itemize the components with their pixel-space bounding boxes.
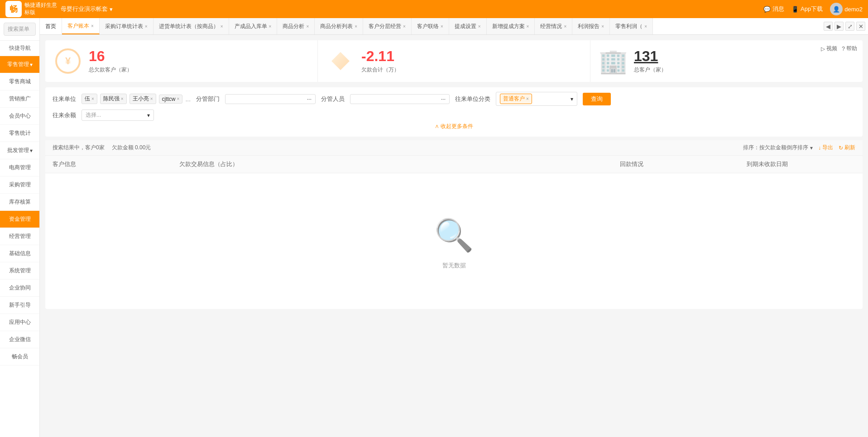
tab-close-goods[interactable]: ×	[306, 24, 309, 29]
balance-filter-select[interactable]: 选择... ▾	[82, 109, 154, 121]
person-filter-select[interactable]: ···	[350, 94, 450, 104]
tab-close-stock[interactable]: ×	[221, 24, 223, 29]
tab-close-goods-list[interactable]: ×	[355, 24, 357, 29]
sidebar-item-ops-mgmt[interactable]: 经营管理	[0, 228, 39, 245]
tab-profit-report[interactable]: 利润报告 ×	[572, 18, 610, 34]
sidebar-item-marketing[interactable]: 营销推广	[0, 90, 39, 108]
tab-close-accounts[interactable]: ×	[91, 24, 94, 28]
sidebar-item-enterprise-collab[interactable]: 企业协同	[0, 280, 39, 297]
tab-production[interactable]: 产成品入库单 ×	[229, 18, 278, 34]
tab-home[interactable]: 首页	[40, 18, 62, 34]
tab-retail-profit[interactable]: 零售利润（ ×	[610, 18, 653, 34]
person-dropdown-more: ···	[441, 96, 446, 102]
remove-tag-4[interactable]: ×	[177, 96, 180, 101]
remove-tag-1[interactable]: ×	[91, 96, 94, 101]
tab-close-production[interactable]: ×	[269, 24, 272, 29]
sidebar-item-member-center[interactable]: 会员中心	[0, 108, 39, 125]
search-menu-button[interactable]: 搜索菜单	[4, 23, 36, 36]
tab-accounts[interactable]: 客户账本 ×	[62, 18, 100, 34]
sidebar-item-new-guide[interactable]: 新手引导	[0, 297, 39, 314]
sidebar-item-basic-info[interactable]: 基础信息	[0, 245, 39, 262]
sidebar-item-vip-member[interactable]: 畅会员	[0, 348, 39, 366]
filter-tag-2: 陈民强 ×	[100, 94, 127, 104]
tab-close-segment[interactable]: ×	[403, 24, 406, 29]
empty-text: 暂无数据	[442, 261, 466, 270]
filter-row-2: 往来余额 选择... ▾	[53, 109, 855, 121]
collapse-more-btn[interactable]: ∧ 收起更多条件	[53, 121, 855, 132]
download-icon: 📱	[791, 6, 799, 13]
account-dropdown[interactable]: 母婴行业演示帐套 ▾	[61, 5, 113, 13]
col-debt-info: 欠款交易信息（占比）	[179, 160, 620, 168]
results-actions: 排序：按欠款金额倒序排序 ▾ ↓ 导出 ↻ 刷新	[743, 144, 855, 152]
messages-btn[interactable]: 💬 消息	[763, 5, 784, 13]
tab-bar: 首页 客户账本 × 采购订单统计表 × 进货单统计表（按商品） × 产成品入库单…	[40, 18, 868, 35]
col-due-date: 到期未收款日期	[747, 160, 855, 168]
export-btn[interactable]: ↓ 导出	[818, 144, 833, 152]
logo-area: 畅 畅捷通好生意 标版	[5, 1, 57, 17]
sidebar-item-inventory[interactable]: 库存核算	[0, 194, 39, 211]
sidebar-item-retail-mall[interactable]: 零售商城	[0, 73, 39, 90]
sidebar-item-capital-mgmt[interactable]: 资金管理	[0, 211, 39, 228]
tab-close-ops[interactable]: ×	[564, 24, 566, 29]
remove-unit-class-tag[interactable]: ×	[526, 96, 529, 101]
sidebar-item-purchase-mgmt[interactable]: 采购管理	[0, 176, 39, 194]
unit-class-label: 往来单位分类	[455, 95, 490, 103]
tab-close-submit[interactable]: ×	[478, 24, 481, 29]
tab-customer-contact[interactable]: 客户联络 ×	[412, 18, 449, 34]
tab-scroll-right[interactable]: ▶	[834, 22, 844, 31]
tab-stock-stats[interactable]: 进货单统计表（按商品） ×	[153, 18, 229, 34]
tab-goods-analysis[interactable]: 商品分析 ×	[277, 18, 315, 34]
tab-close-contact[interactable]: ×	[441, 24, 443, 29]
chevron-down-icon: ▾	[30, 62, 33, 68]
chevron-up-icon: ∧	[435, 123, 439, 129]
user-menu[interactable]: 👤 demo2	[830, 3, 863, 15]
sidebar-item-system-mgmt[interactable]: 系统管理	[0, 262, 39, 280]
sidebar-item-retail-stats[interactable]: 零售统计	[0, 125, 39, 142]
table-container: 客户信息 欠款交易信息（占比） 回款情况 到期未收款日期 🔍 暂无数据	[45, 156, 863, 309]
stat-icon-total: 🏢	[599, 48, 627, 75]
sidebar-item-quick-nav[interactable]: 快捷导航	[0, 41, 39, 56]
tab-scroll-left[interactable]: ◀	[824, 22, 833, 31]
tab-close-purchase[interactable]: ×	[145, 24, 148, 29]
top-bar-right: 💬 消息 📱 App下载 👤 demo2	[763, 3, 863, 15]
sidebar-item-wholesale-mgmt[interactable]: 批发管理 ▾	[0, 142, 39, 159]
refresh-btn[interactable]: ↻ 刷新	[839, 144, 855, 152]
tab-goods-analysis-list[interactable]: 商品分析列表 ×	[315, 18, 363, 34]
sidebar-item-enterprise-wechat[interactable]: 企业微信	[0, 331, 39, 348]
col-payment-status: 回款情况	[620, 160, 747, 168]
filter-tags-more[interactable]: ...	[185, 95, 191, 103]
tab-new-submit[interactable]: 新增提成方案 ×	[487, 18, 535, 34]
sidebar-item-ecommerce[interactable]: 电商管理	[0, 159, 39, 176]
tab-navigation-arrows: ◀ ▶ ⤢ ✕	[821, 22, 868, 31]
results-amount: 欠款金额 0.00元	[112, 144, 151, 152]
search-button[interactable]: 查询	[583, 93, 611, 105]
app-download-btn[interactable]: 📱 App下载	[791, 5, 823, 13]
filter-tag-1: 伍 ×	[82, 94, 97, 104]
sidebar-item-app-center[interactable]: 应用中心	[0, 314, 39, 331]
dept-filter-select[interactable]: ···	[225, 94, 316, 104]
sidebar-item-retail-mgmt[interactable]: 零售管理 ▾	[0, 56, 39, 73]
empty-illustration: 🔍	[432, 213, 477, 258]
tab-purchase-orders[interactable]: 采购订单统计表 ×	[100, 18, 153, 34]
sort-select[interactable]: 排序：按欠款金额倒序排序 ▾	[743, 144, 813, 152]
remove-tag-3[interactable]: ×	[150, 96, 153, 101]
tab-close-new-submit[interactable]: ×	[527, 24, 529, 29]
col-customer-info: 客户信息	[53, 160, 179, 168]
tab-close-profit[interactable]: ×	[601, 24, 604, 29]
tab-maximize[interactable]: ⤢	[845, 22, 854, 31]
results-bar: 搜索结果中，客户0家 欠款金额 0.00元 排序：按欠款金额倒序排序 ▾ ↓ 导…	[45, 140, 863, 156]
tab-close-all[interactable]: ✕	[856, 22, 865, 31]
stat-label-amount: 欠款合计（万）	[361, 66, 581, 74]
tab-close-retail-profit[interactable]: ×	[644, 24, 647, 29]
stat-label-total: 总客户（家）	[634, 66, 854, 74]
tab-customer-segment[interactable]: 客户分层经营 ×	[363, 18, 412, 34]
tab-operations[interactable]: 经营情况 ×	[535, 18, 572, 34]
filter-tags-container: 伍 × 陈民强 × 王小亮 × cjttcw ×	[82, 94, 191, 104]
stat-value-customers: 16	[89, 48, 308, 64]
person-filter-label: 分管人员	[321, 95, 345, 103]
unit-class-select[interactable]: 普通客户 × ▾	[496, 92, 577, 106]
filter-row-1: 往来单位 伍 × 陈民强 × 王小亮 ×	[53, 92, 855, 106]
remove-tag-2[interactable]: ×	[121, 96, 124, 101]
tab-submit-settings[interactable]: 提成设置 ×	[449, 18, 487, 34]
sort-label: 排序：按欠款金额倒序排序	[743, 144, 808, 152]
